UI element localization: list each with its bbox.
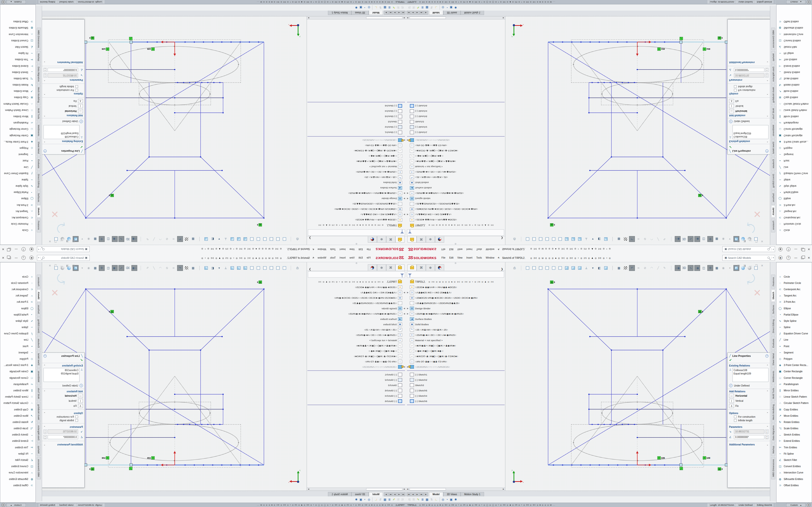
search-icon[interactable] [767, 257, 770, 259]
flyout-item-intersection-curve[interactable]: ∩Intersection Curve [0, 469, 36, 476]
screenshot-icon[interactable]: ⎙ [512, 236, 517, 242]
tree-filter-box[interactable] [308, 229, 405, 236]
menu-window[interactable]: Window [316, 247, 328, 251]
flyout-item-partial-ellipse[interactable]: ◔Partial Ellipse [0, 312, 36, 318]
flyout-item-fit-spline[interactable]: ∼Fit Spline [776, 50, 812, 56]
flyout-item-mirror-entities[interactable]: ∥Mirror Entities [776, 387, 812, 394]
expand-arrow-icon[interactable]: ▶ [402, 307, 405, 309]
line-format-icon[interactable]: ≣ [388, 498, 391, 501]
tree-item-sketch[interactable]: (-) Sketch5 [307, 114, 405, 119]
close-icon[interactable]: ✕ [2, 256, 4, 260]
tree-item[interactable]: ✎○25∙∩Ж♟АМ○◦○МА♟Ж∩∙25○ [307, 175, 405, 180]
length-input[interactable]: 10.88152731 [48, 73, 78, 77]
flyout-item-center-rectangle[interactable]: ▣Center Rectangle [0, 369, 36, 375]
view-planes-icon[interactable]: ◫ [701, 265, 707, 271]
tree-item-sketch[interactable]: Sketch3 [407, 382, 505, 388]
3d-sketch-icon[interactable]: 3D [681, 265, 687, 271]
normal-to-icon[interactable]: ⊥ [223, 265, 229, 271]
angle-input[interactable]: 0.00000000° [734, 435, 764, 439]
menu-tools[interactable]: Tools [475, 247, 484, 251]
tree-item-part[interactable]: TЯPDL2.◎ ЗЄ ◎ Ш ◎ ◎ ◎ ♣ ◎ ЭС ◎ ЗЄ ◎ + ◎ … [307, 223, 405, 228]
folder-check-icon[interactable]: ▣ [450, 6, 452, 9]
curvature-icon[interactable]: ◠ [158, 265, 163, 271]
panel-help-icon[interactable]: ? [765, 354, 768, 357]
appearance-brush-icon[interactable]: ✎ [417, 6, 419, 9]
flyout-item-line[interactable]: ╱Line [776, 337, 812, 343]
tree-item[interactable]: ≡Material < not specified > [307, 164, 405, 169]
command-tab-features[interactable]: Features [771, 219, 775, 232]
flyout-item-mirror-entities[interactable]: ∥Mirror Entities [0, 113, 36, 119]
flyout-item-copy-entities[interactable]: ⊞Copy Entities [776, 406, 812, 412]
zebra-stripes-icon[interactable] [622, 236, 628, 242]
flyout-item-rotate-entities[interactable]: ↻Rotate Entities [776, 82, 812, 88]
pages-icon[interactable]: ⎘ [413, 498, 415, 501]
command-tab-evaluate[interactable]: Evaluate [771, 336, 775, 350]
tab-nav-icon[interactable]: ◀ [397, 492, 401, 496]
command-tab-weldments[interactable]: Weldments [37, 122, 41, 138]
add-relation-fix[interactable]: ⚓Fix [728, 99, 770, 104]
flyout-item-3-point-center-recta-[interactable]: ◈3 Point Center Recta... [0, 138, 36, 145]
tab-configurationmanager[interactable]: ⊕ [377, 264, 386, 271]
flyout-item-offset-entities[interactable]: ⊃Offset Entities [0, 18, 36, 25]
tree-item-sketch[interactable]: Sketch3 [407, 119, 505, 125]
left-view-cube-icon[interactable] [538, 236, 544, 242]
add-relation-fix[interactable]: ⚓Fix [42, 403, 84, 408]
tree-item[interactable]: ▱○∙◉♣○Ж◉[○◦○]◉Ж○♣◉∙○ [307, 348, 405, 353]
tree-item[interactable]: ◪Surface Bodies [407, 316, 505, 322]
flyout-item-circular-sketch-pattern[interactable]: ∴Circular Sketch Pattern [776, 400, 812, 406]
view-splines-icon[interactable]: ∿ [118, 265, 124, 271]
expand-arrow-icon[interactable]: ▶ [402, 214, 405, 216]
close-icon[interactable]: ✕ [808, 256, 810, 260]
tab-propertymanager[interactable]: ⌘ [386, 236, 395, 243]
bottom-tab-3d-views[interactable]: 3D Views [351, 11, 369, 15]
search-dropdown-icon[interactable]: ▾ [38, 257, 41, 259]
flyout-item-rotate-entities[interactable]: ↻Rotate Entities [776, 419, 812, 425]
screenshot-icon[interactable]: ⎙ [295, 236, 300, 242]
tree-item[interactable]: ▥○25♣ЗЄ25○ИN◉◦♣ЭСЗЄ∩ЗЄ25○◦○25ЗЄ∩ЗЄЭС♣◦◉И… [407, 207, 505, 212]
command-tab-evaluate[interactable]: Evaluate [37, 336, 41, 350]
tree-item[interactable]: ▣Solid Bodies [407, 180, 505, 185]
user-account-icon[interactable]: ◉ [778, 247, 782, 251]
flyout-item-sketch-fillet[interactable]: ∠Sketch Fillet [776, 44, 812, 50]
bottom-tab-model[interactable]: Model [429, 492, 443, 496]
bottom-tab-3d-views[interactable]: 3D Views [443, 492, 461, 496]
tree-item[interactable]: ▱○∙◉♣○Ж◉[○◦○]◉Ж○♣◉∙○ [407, 348, 505, 353]
command-tab-markup[interactable]: Markup [771, 444, 775, 456]
flyout-item-scale-entities[interactable]: ◹Scale Entities [0, 426, 36, 432]
gear-icon[interactable]: ✱ [455, 498, 457, 501]
tree-item-sketch[interactable]: (-) Sketch4 [407, 393, 505, 398]
panel-splitter-handle[interactable] [307, 262, 406, 264]
flyout-item-center-rectangle[interactable]: ▣Center Rectangle [776, 369, 812, 375]
command-tab-weldments[interactable]: Weldments [37, 369, 41, 385]
flyout-item-tangent-arc[interactable]: ∩Tangent Arc [0, 293, 36, 299]
bottom-view-cube-icon[interactable] [557, 236, 563, 242]
flyout-item-polygon[interactable]: ◇Polygon [0, 145, 36, 151]
flyout-item-stretch-entities[interactable]: ↔Stretch Entities [776, 432, 812, 438]
trimetric-view-icon[interactable] [570, 265, 576, 271]
flyout-item-segment[interactable]: ╌Segment [0, 349, 36, 356]
menu-edit[interactable]: Edit [357, 247, 364, 251]
command-tab-markup[interactable]: Markup [37, 51, 41, 63]
flyout-item-circle[interactable]: ○Circle [0, 227, 36, 233]
sketch-confirmation-corner[interactable]: ⤾ ✕ [49, 206, 78, 232]
child-close-icon[interactable]: ✕ [761, 264, 763, 267]
pencil-icon[interactable]: ✎ [145, 236, 150, 242]
flyout-item-linear-sketch-pattern[interactable]: ∷Linear Sketch Pattern [776, 394, 812, 400]
scroll-right-icon[interactable]: ▶ [502, 488, 505, 490]
tab-nav-icon[interactable]: ▶ [384, 11, 388, 15]
relations-list[interactable]: Collinear108Equal length109 [732, 125, 768, 139]
expand-arrow-icon[interactable]: ▶ [402, 291, 405, 294]
restore-icon[interactable] [8, 248, 11, 250]
bottom-tab-motion-study-1[interactable]: Motion Study 1 [328, 492, 351, 496]
angle-input[interactable]: 0.00000000° [734, 68, 764, 72]
flyout-item-style-spline[interactable]: ∿Style Spline [776, 318, 812, 324]
add-relations-header[interactable]: Add Relations⌃ [728, 389, 770, 393]
tree-item[interactable]: ▶▤Design Binder [407, 306, 505, 311]
restore-icon[interactable] [801, 257, 804, 259]
flyout-item-convert-entities[interactable]: ◫Convert Entities [0, 38, 36, 44]
tab-nav-icon[interactable]: ◀ [411, 11, 415, 15]
chart-steps-icon[interactable]: ∟ [374, 498, 377, 501]
flyout-item-extend-entities[interactable]: ⊢Extend Entities [776, 438, 812, 444]
additional-parameters-header[interactable]: Additional Parameters⌄ [728, 61, 770, 65]
flyout-item-centerpoint-arc[interactable]: ⊂Centerpoint Arc [0, 214, 36, 221]
